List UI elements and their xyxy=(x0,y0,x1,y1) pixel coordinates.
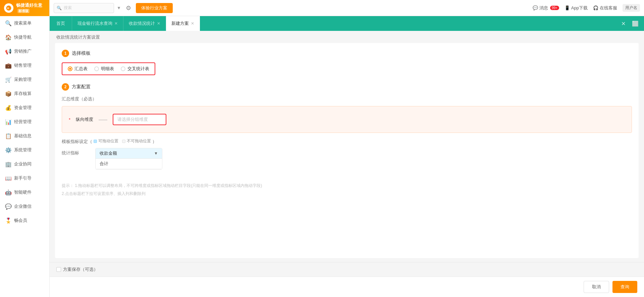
sidebar-item-member[interactable]: 🎖️ 畅会员 xyxy=(0,213,49,228)
sales-icon: 💼 xyxy=(5,62,11,68)
sidebar-item-inventory[interactable]: 📦 库存核算 xyxy=(0,87,49,101)
sidebar-item-label: 新手引导 xyxy=(14,175,32,181)
user-name: 用户名 xyxy=(625,5,637,10)
sidebar-item-search[interactable]: 🔍 搜索菜单 xyxy=(0,16,49,30)
sidebar-logo: B 畅捷通好生意 标准版 xyxy=(0,0,49,16)
service-label: 在线客服 xyxy=(600,5,617,11)
step2-header: 2 方案配置 xyxy=(62,83,632,91)
form-card: 1 选择模板 汇总表 明细表 交叉统计表 xyxy=(55,43,639,258)
download-icon: 📱 xyxy=(565,5,570,10)
sidebar-item-purchase[interactable]: 🛒 采购管理 xyxy=(0,72,49,87)
tab-collection-stats[interactable]: 收款情况统计 ✕ xyxy=(123,16,166,31)
sidebar-item-enterprise[interactable]: 🏢 企业协同 xyxy=(0,157,49,171)
legend-fixed-label: 不可拖动位置 xyxy=(127,138,151,144)
plan-save-checkbox[interactable]: 方案保存（可选） xyxy=(56,266,98,273)
page-content: 收款情况统计方案设置 1 选择模板 汇总表 明细表 xyxy=(50,31,644,297)
dropdown-arrow-icon[interactable]: ▼ xyxy=(154,151,158,156)
radio-detail[interactable]: 明细表 xyxy=(94,66,114,72)
download-label: App下载 xyxy=(571,5,588,11)
radio-label-detail: 明细表 xyxy=(101,66,114,72)
sidebar-item-label: 库存核算 xyxy=(14,91,32,97)
sidebar-item-management[interactable]: 📊 经营管理 xyxy=(0,115,49,129)
step1-number: 1 xyxy=(62,50,69,57)
step1-title: 选择模板 xyxy=(72,50,91,56)
header-left: 🔍 搜索 ▼ ⚙ 体验行业方案 xyxy=(54,3,173,13)
legend-draggable-dot xyxy=(94,140,97,143)
query-button[interactable]: 查询 xyxy=(612,281,637,293)
sidebar-item-label: 企业微信 xyxy=(14,203,32,209)
sidebar-item-system[interactable]: ⚙️ 系统管理 xyxy=(0,143,49,157)
message-item[interactable]: 💬 消息 99+ xyxy=(533,5,559,11)
radio-cross[interactable]: 交叉统计表 xyxy=(121,66,149,72)
header-right: 💬 消息 99+ 📱 App下载 🎧 在线客服 用户名 xyxy=(533,4,640,12)
inventory-icon: 📦 xyxy=(5,91,11,97)
sidebar-item-label: 采购管理 xyxy=(14,77,32,83)
message-label: 消息 xyxy=(539,5,548,11)
marketing-icon: 📢 xyxy=(5,48,11,54)
tab-close-icon[interactable]: ✕ xyxy=(114,21,118,26)
metrics-category-label: 统计指标 xyxy=(62,148,89,156)
sidebar-item-basic[interactable]: 📋 基础信息 xyxy=(0,129,49,143)
tab-close-icon[interactable]: ✕ xyxy=(191,21,194,26)
sidebar-item-hardware[interactable]: 🤖 智能硬件 xyxy=(0,185,49,199)
sidebar-item-label: 基础信息 xyxy=(14,133,32,139)
legend-draggable-label: 可拖动位置 xyxy=(98,138,118,144)
home-icon: 🏠 xyxy=(5,34,11,40)
hint-line-1: 提示： 1.拖动标题栏可以调整布局，不可跨维度或指标区域拖动栏目字段(只能在同一… xyxy=(62,182,632,190)
sidebar-item-marketing[interactable]: 📢 营销推广 xyxy=(0,44,49,58)
radio-circle-summary xyxy=(68,66,72,71)
close-window-btn[interactable]: ✕ xyxy=(619,19,628,28)
radio-circle-cross xyxy=(121,66,125,71)
metrics-label-prefix: 模板指标设定（ xyxy=(62,139,92,144)
plan-save-label: 方案保存（可选） xyxy=(63,266,98,273)
legend-fixed: 不可拖动位置 xyxy=(122,138,151,144)
download-item[interactable]: 📱 App下载 xyxy=(565,5,588,11)
guide-icon: 📖 xyxy=(5,175,11,181)
sidebar-item-finance[interactable]: 💰 资金管理 xyxy=(0,101,49,115)
tab-label: 首页 xyxy=(56,20,65,27)
radio-label-cross: 交叉统计表 xyxy=(127,66,149,72)
dimension-select[interactable]: 请选择分组维度 xyxy=(113,114,166,125)
tab-label: 现金银行流水查询 xyxy=(77,20,112,27)
checkbox-box[interactable] xyxy=(56,267,61,272)
management-icon: 📊 xyxy=(5,119,11,125)
metrics-table-header[interactable]: 收款金额 ▼ xyxy=(96,148,162,159)
tab-close-icon[interactable]: ✕ xyxy=(157,21,160,26)
sidebar-item-guide[interactable]: 📖 新手引导 xyxy=(0,171,49,185)
sidebar-item-wechat[interactable]: 💬 企业微信 xyxy=(0,199,49,213)
template-options: 汇总表 明细表 交叉统计表 xyxy=(62,62,155,75)
settings-icon[interactable]: ⚙ xyxy=(124,3,133,13)
metrics-label-suffix: ） xyxy=(152,139,157,144)
hint-area: 提示： 1.拖动标题栏可以调整布局，不可跨维度或指标区域拖动栏目字段(只能在同一… xyxy=(62,178,632,202)
search-bar[interactable]: 🔍 搜索 xyxy=(54,3,114,13)
sidebar-item-nav[interactable]: 🏠 快捷导航 xyxy=(0,30,49,44)
search-placeholder: 搜索 xyxy=(64,5,72,11)
radio-summary[interactable]: 汇总表 xyxy=(68,66,88,72)
step1-header: 1 选择模板 xyxy=(62,50,632,57)
tab-new-plan[interactable]: 新建方案 ✕ xyxy=(166,16,200,31)
maximize-btn[interactable]: ⬜ xyxy=(631,19,640,28)
basic-icon: 📋 xyxy=(5,133,11,139)
legend-fixed-dot xyxy=(122,140,125,143)
system-icon: ⚙️ xyxy=(5,147,11,153)
tab-cash-flow[interactable]: 现金银行流水查询 ✕ xyxy=(72,16,123,31)
industry-btn[interactable]: 体验行业方案 xyxy=(136,3,173,13)
metrics-column-name: 收款金额 xyxy=(100,150,117,156)
cancel-button[interactable]: 取消 xyxy=(584,281,609,293)
sidebar-item-label: 智能硬件 xyxy=(14,189,32,195)
tab-home[interactable]: 首页 xyxy=(50,16,72,31)
hint-line-2: 2.点击标题栏下拉可设置排序、插入列和删除列 xyxy=(62,190,632,198)
metrics-row-label: 合计 xyxy=(100,161,108,166)
sidebar-item-label: 畅会员 xyxy=(14,217,27,224)
sidebar-item-label: 经营管理 xyxy=(14,119,32,125)
svg-text:B: B xyxy=(7,7,9,10)
sidebar-item-sales[interactable]: 💼 销售管理 xyxy=(0,58,49,72)
hardware-icon: 🤖 xyxy=(5,189,11,195)
user-info[interactable]: 用户名 xyxy=(623,4,640,12)
top-header: 🔍 搜索 ▼ ⚙ 体验行业方案 💬 消息 99+ 📱 App下载 🎧 在线客服 xyxy=(50,0,644,16)
dimension-area: * 纵向维度 —— 请选择分组维度 xyxy=(62,106,632,133)
step1-section: 1 选择模板 汇总表 明细表 交叉统计表 xyxy=(62,50,632,75)
purchase-icon: 🛒 xyxy=(5,77,11,83)
chevron-down-icon[interactable]: ▼ xyxy=(117,5,121,10)
service-item[interactable]: 🎧 在线客服 xyxy=(593,5,617,11)
